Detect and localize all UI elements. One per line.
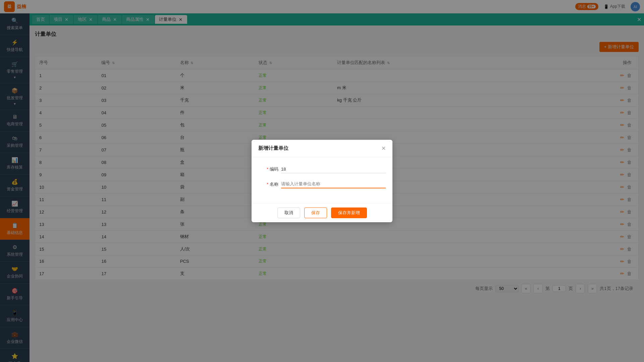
modal-header: 新增计量单位 ✕	[252, 140, 392, 157]
cancel-button[interactable]: 取消	[277, 207, 300, 218]
name-label: * 名称	[258, 181, 278, 187]
save-new-button[interactable]: 保存并新增	[331, 207, 367, 218]
modal-close-button[interactable]: ✕	[381, 145, 386, 152]
code-label: * 编码	[258, 166, 278, 172]
required-mark: *	[267, 167, 268, 172]
add-unit-modal: 新增计量单位 ✕ * 编码 * 名称 取消 保存 保存并新增	[252, 140, 392, 222]
modal-body: * 编码 * 名称	[252, 157, 392, 203]
code-form-row: * 编码	[258, 165, 386, 173]
code-input[interactable]	[281, 165, 386, 173]
modal-title: 新增计量单位	[258, 145, 288, 152]
name-input[interactable]	[281, 180, 386, 188]
modal-overlay: 新增计量单位 ✕ * 编码 * 名称 取消 保存 保存并新增	[0, 0, 644, 362]
required-mark: *	[267, 182, 268, 187]
modal-footer: 取消 保存 保存并新增	[252, 203, 392, 222]
save-button[interactable]: 保存	[304, 207, 327, 218]
name-form-row: * 名称	[258, 180, 386, 188]
